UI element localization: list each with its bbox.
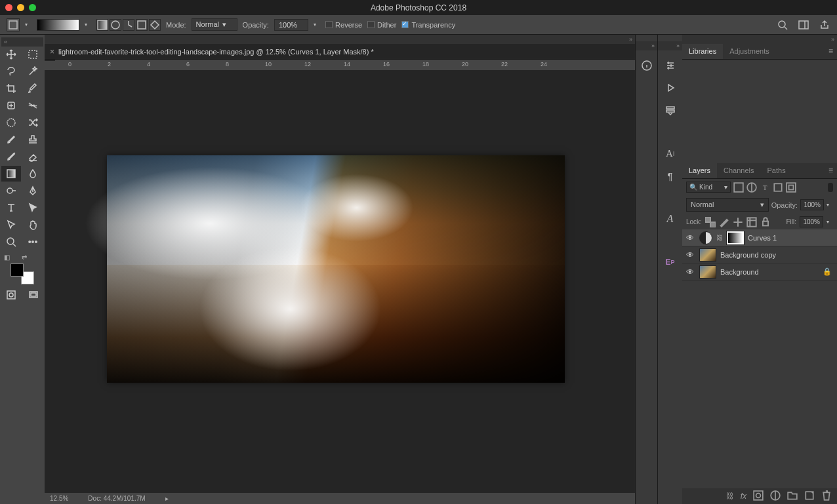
panel-menu-icon[interactable]: ≡ — [825, 163, 837, 178]
filter-smart-icon[interactable] — [786, 182, 796, 193]
collapse-handle[interactable]: « — [1, 37, 43, 47]
pen-tool-icon[interactable] — [23, 183, 43, 199]
tool-preset-picker[interactable] — [7, 18, 20, 31]
gradient-swatch[interactable] — [37, 19, 79, 31]
opacity-input[interactable]: 100% — [800, 199, 824, 210]
properties-panel-icon[interactable] — [663, 58, 678, 73]
foreground-color[interactable] — [10, 263, 24, 277]
blend-mode-select[interactable]: Normal ▾ — [192, 18, 237, 31]
lock-transparency-icon[interactable] — [705, 217, 716, 227]
lock-all-icon[interactable] — [760, 217, 771, 227]
lock-pixels-icon[interactable] — [719, 217, 729, 227]
healing-brush-tool-icon[interactable] — [1, 98, 21, 113]
layer-thumb[interactable] — [699, 265, 716, 279]
diamond-gradient-icon[interactable] — [149, 19, 161, 31]
share-icon[interactable] — [819, 19, 830, 31]
brush-tool-icon[interactable] — [1, 132, 21, 147]
delete-layer-icon[interactable] — [821, 490, 832, 503]
shuffle-tool-icon[interactable] — [23, 115, 43, 130]
collapse-handle[interactable]: » — [658, 41, 682, 50]
more-tools-icon[interactable]: ••• — [23, 234, 43, 250]
visibility-icon[interactable]: 👁 — [685, 267, 695, 277]
lock-position-icon[interactable] — [733, 217, 743, 227]
close-tab-icon[interactable]: × — [50, 47, 54, 56]
direct-select-tool-icon[interactable] — [1, 217, 21, 233]
dodge-tool-icon[interactable] — [1, 183, 21, 199]
opacity-input[interactable]: 100% — [274, 19, 308, 31]
filter-type-select[interactable]: 🔍 Kind ▾ — [686, 182, 731, 193]
move-tool-icon[interactable] — [1, 47, 21, 62]
chevron-down-icon[interactable]: ▾ — [314, 22, 320, 28]
minimize-window-icon[interactable] — [17, 4, 24, 11]
layer-name[interactable]: Curves 1 — [748, 234, 777, 242]
collapse-handle[interactable]: » — [682, 35, 837, 44]
magic-wand-tool-icon[interactable] — [23, 64, 43, 79]
canvas[interactable] — [107, 155, 565, 383]
tab-adjustments[interactable]: Adjustments — [723, 44, 776, 59]
filter-adjust-icon[interactable] — [746, 182, 757, 193]
close-window-icon[interactable] — [5, 4, 12, 11]
tab-libraries[interactable]: Libraries — [682, 44, 723, 59]
stamp-tool-icon[interactable] — [23, 132, 43, 147]
linear-gradient-icon[interactable] — [96, 19, 108, 31]
history-brush-tool-icon[interactable] — [1, 149, 21, 165]
status-arrow-icon[interactable]: ▸ — [165, 495, 169, 502]
chevron-down-icon[interactable]: ▾ — [25, 22, 31, 28]
glyphs-panel-icon[interactable]: A — [663, 212, 678, 226]
layer-item[interactable]: 👁 ⛓ Curves 1 — [682, 229, 837, 246]
tab-channels[interactable]: Channels — [717, 163, 760, 178]
color-swatches[interactable] — [10, 263, 34, 284]
canvas-viewport[interactable] — [45, 70, 635, 493]
chevron-down-icon[interactable]: ▾ — [85, 22, 91, 28]
gradient-tool-icon[interactable] — [1, 166, 21, 182]
filter-toggle[interactable] — [828, 183, 833, 192]
layer-name[interactable]: Background copy — [720, 251, 776, 259]
info-panel-icon[interactable] — [640, 58, 654, 73]
panel-menu-icon[interactable]: ≡ — [825, 44, 837, 59]
lock-artboard-icon[interactable] — [746, 217, 757, 227]
document-tab[interactable]: × lightroom-edit-favorite-trick-tool-edi… — [45, 47, 379, 56]
type-tool-icon[interactable] — [1, 200, 21, 216]
paragraph-panel-icon[interactable]: ¶ — [663, 168, 678, 183]
visibility-icon[interactable]: 👁 — [685, 233, 695, 242]
eraser-tool-icon[interactable] — [23, 149, 43, 165]
path-select-tool-icon[interactable] — [23, 200, 43, 216]
reflected-gradient-icon[interactable] — [136, 19, 148, 31]
marquee-tool-icon[interactable] — [23, 47, 43, 62]
dither-checkbox[interactable]: Dither — [367, 21, 396, 29]
actions-panel-icon[interactable] — [663, 81, 678, 95]
patch-tool-icon[interactable] — [23, 98, 43, 113]
search-icon[interactable] — [777, 19, 788, 31]
layer-mask-thumb[interactable] — [727, 231, 744, 244]
layer-item[interactable]: 👁 Background 🔒 — [682, 263, 837, 281]
filter-type-icon[interactable]: T — [760, 182, 770, 193]
new-adjustment-icon[interactable] — [770, 490, 781, 503]
frame-tool-icon[interactable] — [1, 115, 21, 130]
visibility-icon[interactable]: 👁 — [685, 250, 695, 260]
maximize-window-icon[interactable] — [29, 4, 36, 11]
blend-mode-select[interactable]: Normal▾ — [686, 198, 769, 212]
layer-fx-icon[interactable]: fx — [741, 492, 746, 501]
eyedropper-tool-icon[interactable] — [23, 81, 43, 96]
angle-gradient-icon[interactable] — [123, 19, 134, 31]
filter-shape-icon[interactable] — [773, 182, 783, 193]
screenmode-icon[interactable] — [24, 287, 43, 303]
new-layer-icon[interactable] — [804, 490, 815, 503]
character-panel-icon[interactable]: A| — [663, 146, 678, 161]
link-mask-icon[interactable]: ⛓ — [716, 234, 723, 241]
link-layers-icon[interactable]: ⛓ — [726, 492, 734, 501]
chevron-down-icon[interactable]: ▾ — [827, 219, 833, 225]
workspace-icon[interactable] — [798, 19, 809, 31]
add-mask-icon[interactable] — [753, 490, 764, 503]
layer-name[interactable]: Background — [720, 268, 759, 276]
quickmask-icon[interactable] — [1, 287, 21, 303]
doc-info[interactable]: Doc: 44.2M/101.7M — [88, 495, 145, 502]
lasso-tool-icon[interactable] — [1, 64, 21, 79]
hand-tool-icon[interactable] — [23, 217, 43, 233]
filter-pixel-icon[interactable] — [733, 182, 744, 193]
swap-colors-icon[interactable]: ⇄ — [22, 254, 27, 261]
layer-item[interactable]: 👁 Background copy — [682, 246, 837, 263]
history-panel-icon[interactable] — [663, 103, 678, 117]
ruler-horizontal[interactable]: 024681012141618202224 — [55, 60, 635, 70]
new-group-icon[interactable] — [787, 490, 798, 503]
